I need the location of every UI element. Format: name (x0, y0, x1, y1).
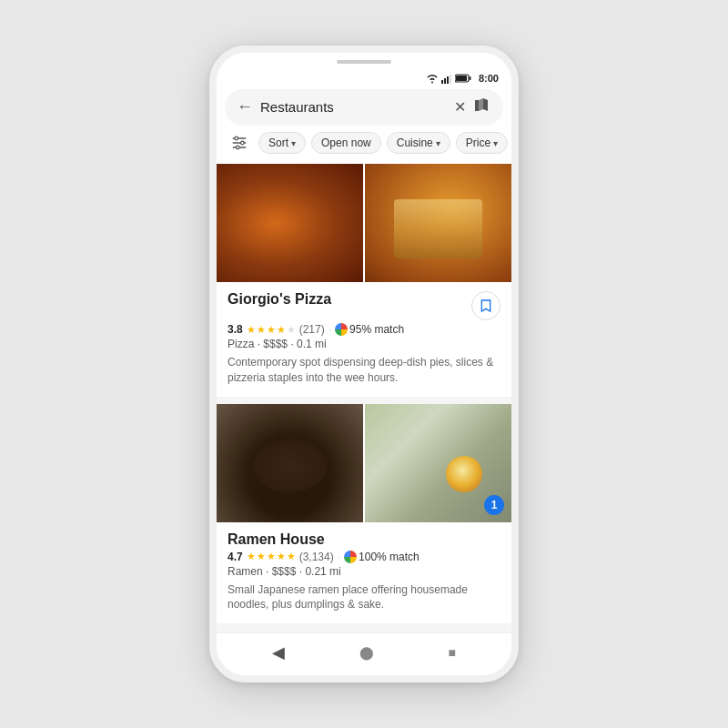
svg-rect-7 (475, 100, 479, 111)
nav-recents-button[interactable]: ■ (449, 645, 456, 660)
rating-0: 3.8 (228, 323, 243, 336)
stars-1: ★ ★ ★ ★ ★ (247, 551, 296, 562)
status-bar: 8:00 (217, 67, 511, 86)
status-time: 8:00 (479, 73, 499, 84)
stars-0: ★ ★ ★ ★ ★ (247, 324, 296, 336)
restaurant-image-0-1 (217, 164, 363, 282)
phone-frame: 8:00 ← Restaurants ✕ (209, 46, 519, 682)
card-title-row-1: Ramen House (228, 531, 500, 548)
filter-chip-price[interactable]: Price ▾ (456, 132, 508, 154)
match-percent-1: 100% match (359, 551, 420, 563)
filter-chip-sort[interactable]: Sort ▾ (258, 132, 306, 154)
svg-point-15 (241, 141, 245, 145)
svg-marker-9 (483, 98, 488, 111)
review-count-0: (217) (299, 323, 325, 336)
nav-bar: ◀ ⬤ ■ (217, 632, 511, 675)
battery-icon (455, 73, 471, 84)
svg-rect-1 (444, 78, 446, 84)
clear-button[interactable]: ✕ (454, 98, 466, 116)
match-badge-0: 95% match (335, 323, 404, 336)
nav-back-button[interactable]: ◀ (272, 642, 285, 662)
filter-chip-open-now[interactable]: Open now (311, 132, 381, 154)
svg-marker-8 (479, 98, 483, 111)
review-count-1: (3,134) (299, 551, 334, 563)
restaurant-card-0: Giorgio's Pizza 3.8 ★ ★ ★ (217, 164, 511, 397)
save-button-0[interactable] (471, 291, 500, 320)
match-icon-1 (344, 551, 357, 563)
svg-rect-0 (441, 80, 443, 84)
svg-rect-5 (456, 76, 467, 81)
restaurant-name-0: Giorgio's Pizza (228, 291, 331, 308)
card-images-0 (217, 164, 511, 282)
rating-row-1: 4.7 ★ ★ ★ ★ ★ (3,134) · 100% match (228, 551, 500, 563)
phone-inner: 8:00 ← Restaurants ✕ (217, 53, 511, 675)
restaurant-image-0-2 (365, 164, 511, 282)
bookmark-icon (479, 298, 493, 313)
map-icon (473, 96, 491, 114)
restaurant-name-1: Ramen House (228, 531, 325, 548)
search-actions: ✕ (454, 96, 491, 117)
card-meta-1: Ramen · $$$$ · 0.21 mi (228, 565, 500, 578)
badge-1: 1 (484, 495, 504, 515)
svg-rect-6 (469, 76, 470, 80)
svg-rect-2 (447, 76, 449, 84)
back-button[interactable]: ← (237, 97, 253, 116)
map-button[interactable] (473, 96, 491, 117)
match-icon-0 (335, 323, 348, 336)
restaurant-card-1: 1 Ramen House 4.7 ★ ★ ★ ★ ★ (217, 404, 511, 624)
filter-chip-cuisine[interactable]: Cuisine ▾ (387, 132, 450, 154)
filter-tune-button[interactable] (226, 129, 253, 157)
results-content: Giorgio's Pizza 3.8 ★ ★ ★ (217, 164, 511, 632)
tune-icon (230, 134, 248, 152)
signal-icon (441, 73, 452, 84)
card-title-row-0: Giorgio's Pizza (228, 291, 500, 320)
filter-row: Sort ▾ Open now Cuisine ▾ Price ▾ (217, 129, 511, 164)
svg-rect-3 (450, 75, 451, 84)
card-meta-0: Pizza · $$$$ · 0.1 mi (228, 338, 500, 350)
match-badge-1: 100% match (344, 551, 420, 563)
status-icons (426, 73, 471, 84)
card-images-1: 1 (217, 404, 511, 522)
rating-row-0: 3.8 ★ ★ ★ ★ ★ (217) · 95% match (228, 323, 500, 336)
search-input[interactable]: Restaurants (260, 99, 454, 115)
svg-point-14 (235, 136, 238, 140)
svg-point-16 (237, 146, 240, 149)
rating-1: 4.7 (228, 551, 243, 563)
restaurant-image-1-2: 1 (365, 404, 511, 522)
card-body-0: Giorgio's Pizza 3.8 ★ ★ ★ (217, 282, 511, 397)
card-body-1: Ramen House 4.7 ★ ★ ★ ★ ★ (3,134) · (217, 522, 511, 624)
card-desc-1: Small Japanese ramen place offering hous… (228, 582, 500, 613)
wifi-icon (426, 73, 439, 84)
nav-home-button[interactable]: ⬤ (359, 645, 374, 660)
restaurant-image-1-1 (217, 404, 363, 522)
search-bar: ← Restaurants ✕ (226, 89, 502, 124)
top-notch (337, 60, 391, 64)
match-percent-0: 95% match (349, 323, 404, 336)
card-desc-0: Contemporary spot dispensing deep-dish p… (228, 355, 500, 386)
